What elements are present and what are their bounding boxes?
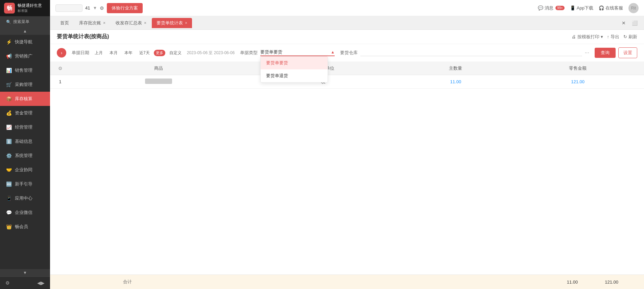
sales-icon: 📊 [5,68,12,73]
filter-settings-button[interactable]: 设置 [618,47,637,58]
trial-button[interactable]: 体验行业方案 [107,3,143,13]
sidebar-item-purchase[interactable]: 🛒 采购管理 [0,77,50,92]
tab-inventory-batch[interactable]: 库存批次账 × [74,18,110,28]
page-actions: 🖨 按模板打印 ▾ ↑ 导出 ↻ 刷新 [572,34,638,40]
select-arrow-icon[interactable]: ▲ [331,50,335,54]
topbar-input[interactable] [55,4,82,12]
type-select[interactable]: ▲ [260,50,335,56]
filter-action-buttons: 查询 设置 [595,47,637,58]
purchase-icon: 🛒 [5,82,12,87]
sidebar-scroll-up[interactable]: ▲ [0,27,50,35]
print-expand-icon[interactable]: ▾ [601,34,603,39]
sidebar-scroll-down[interactable]: ▼ [0,269,50,276]
sidebar-item-operation[interactable]: 📈 经营管理 [0,120,50,134]
logo-name: 畅捷通好生意 [18,3,42,8]
sidebar-item-inventory[interactable]: 📦 库存核算 [0,92,50,106]
tabbar: 首页 库存批次账 × 收发存汇总表 × 要货单统计表 × ✕ ⬜ [50,16,644,30]
logo-icon: 畅 [4,3,15,14]
settings-icon[interactable]: ⚙ [5,280,10,286]
custom-date-button[interactable]: 自定义 [167,49,184,57]
tab-summary[interactable]: 收发存汇总表 × [111,18,151,28]
warehouse-filter-group: 要货仓库 ··· [340,49,589,56]
row-product [70,75,247,89]
page-title: 要货单统计表(按商品) [57,33,109,40]
last-7-days-button[interactable]: 近7天 [137,49,152,57]
refresh-button[interactable]: ↻ 刷新 [623,34,637,40]
warehouse-more-icon[interactable]: ··· [585,50,589,56]
more-dates-button[interactable]: 更多 [154,50,165,56]
footer-quantity: 11.00 [567,280,578,285]
sidebar-item-apps[interactable]: 📱 应用中心 [0,191,50,205]
sidebar-item-finance[interactable]: 💰 资金管理 [0,106,50,120]
message-icon: 💬 [538,5,543,10]
row-quantity: 11.00 [400,75,511,89]
sidebar-item-system[interactable]: ⚙️ 系统管理 [0,149,50,163]
export-button[interactable]: ↑ 导出 [607,34,620,40]
page-header: 要货单统计表(按商品) 🖨 按模板打印 ▾ ↑ 导出 ↻ 刷新 [50,30,644,44]
table-column-settings-icon[interactable]: ⚙ [58,66,63,71]
query-button[interactable]: 查询 [595,48,616,58]
close-tab-requisition[interactable]: × [185,21,187,25]
footer-label: 合计 [123,279,132,285]
close-tab-summary[interactable]: × [144,21,146,25]
sidebar-item-wechat[interactable]: 💬 企业微信 [0,205,50,220]
apps-icon: 📱 [5,196,12,201]
tab-requisition[interactable]: 要货单统计表 × [152,18,192,28]
sidebar: 畅 畅捷通好生意 标准版 🔍 搜索菜单 ▲ ⚡ 快捷导航 📢 营销推广 📊 销售… [0,0,50,289]
print-button[interactable]: 🖨 按模板打印 ▾ [572,34,603,40]
table-row: 1 块 11.00 121.00 [50,75,644,89]
date-filter-group: 单据日期 上月 本月 本年 近7天 更多 自定义 2023-05-06 至 20… [72,49,235,57]
app-download-button[interactable]: 📱 App下载 [570,5,593,11]
close-all-tabs-button[interactable]: ✕ [620,19,628,27]
tabbar-actions: ✕ ⬜ [620,19,639,27]
col-quantity: 主数量 [400,62,511,75]
guide-icon: 🆕 [5,181,12,187]
gear-icon[interactable]: ⚙ [100,5,104,11]
quick-nav-icon: ⚡ [5,39,12,45]
message-button[interactable]: 💬 消息 99+ [538,5,565,11]
date-label: 单据日期 [72,50,89,56]
sidebar-item-enterprise[interactable]: 🤝 企业协同 [0,163,50,177]
logo-sub: 标准版 [18,8,42,13]
table-header: ⚙ 商品 主计量单位 主数量 零售金额 [50,62,644,75]
sidebar-item-sales[interactable]: 📊 销售管理 [0,63,50,77]
sidebar-item-marketing[interactable]: 📢 营销推广 [0,49,50,63]
dropdown-item-requisition[interactable]: 要货单要货 [261,57,328,69]
marketing-icon: 📢 [5,53,12,59]
type-select-container: ▲ 要货单要货 要货单退货 [260,50,335,56]
avatar[interactable]: Rit [628,3,639,13]
warehouse-input[interactable] [360,49,582,56]
sidebar-logo: 畅 畅捷通好生意 标准版 [0,0,50,16]
sidebar-item-guide[interactable]: 🆕 新手引导 [0,177,50,191]
sidebar-search[interactable]: 🔍 搜索菜单 [0,16,50,27]
type-select-input[interactable] [260,50,331,55]
sidebar-item-quick[interactable]: ⚡ 快捷导航 [0,35,50,49]
topbar-number: 41 [85,5,90,10]
sidebar-nav: ⚡ 快捷导航 📢 营销推广 📊 销售管理 🛒 采购管理 📦 库存核算 💰 资金管… [0,35,50,269]
last-month-button[interactable]: 上月 [92,49,105,57]
tab-home[interactable]: 首页 [55,18,74,28]
main: 41 ▼ ⚙ 体验行业方案 💬 消息 99+ 📱 App下载 🎧 在线客服 Ri… [50,0,644,289]
wechat-icon: 💬 [5,210,12,215]
sidebar-item-base[interactable]: ℹ️ 基础信息 [0,134,50,149]
service-icon: 🎧 [599,5,604,10]
sidebar-bottom: ⚙ ◀▶ [0,276,50,289]
collapse-icon[interactable]: ◀▶ [37,280,45,286]
sidebar-item-member[interactable]: 👑 畅会员 [0,220,50,234]
inventory-icon: 📦 [5,96,12,102]
chevron-right-icon: › [61,50,63,55]
maximize-button[interactable]: ⬜ [630,19,639,27]
dropdown-item-return[interactable]: 要货单退货 [261,69,328,82]
filter-bar: › 单据日期 上月 本月 本年 近7天 更多 自定义 2023-05-06 至 … [50,44,644,62]
table-wrapper: ⚙ 商品 主计量单位 主数量 零售金额 1 块 [50,62,644,274]
this-month-button[interactable]: 本月 [107,49,120,57]
online-service-button[interactable]: 🎧 在线客服 [599,5,623,11]
close-tab-inventory-batch[interactable]: × [103,21,105,25]
system-icon: ⚙️ [5,153,12,158]
chevron-down-icon[interactable]: ▼ [93,5,97,10]
filter-toggle-button[interactable]: › [57,48,66,58]
this-year-button[interactable]: 本年 [122,49,135,57]
operation-icon: 📈 [5,125,12,130]
footer-values: 11.00 121.00 [567,280,639,285]
member-icon: 👑 [5,224,12,229]
